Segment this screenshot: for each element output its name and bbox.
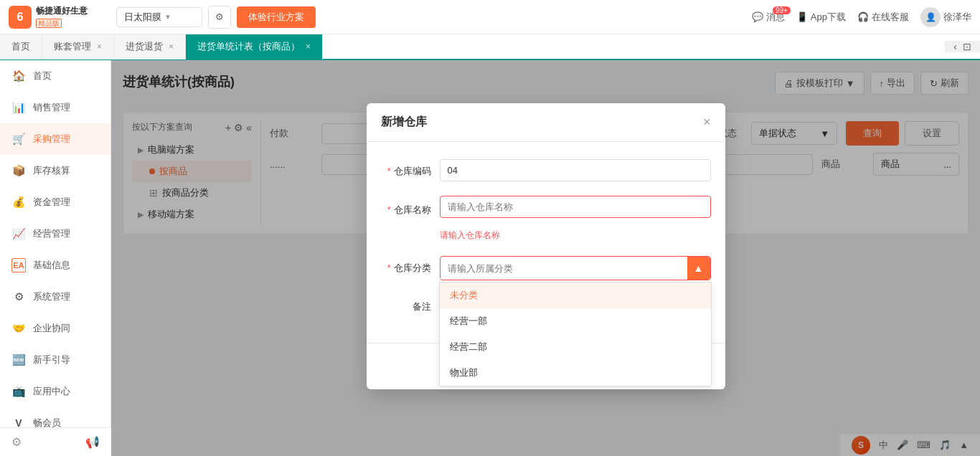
message-button[interactable]: 💬 消息 99+ <box>752 11 785 24</box>
sidebar-item-inventory[interactable]: 📦 库存核算 <box>0 155 110 186</box>
sales-icon: 📊 <box>11 100 26 115</box>
classify-option-dept3[interactable]: 物业部 <box>440 360 711 386</box>
logo-text: 畅捷通好生意 精品版 <box>36 5 88 29</box>
classify-wrapper: ▲ 未分类 经营一部 经营二部 物业部 <box>440 256 711 280</box>
sidebar-item-finance[interactable]: 💰 资金管理 <box>0 186 110 218</box>
modal-header: 新增仓库 × <box>367 103 725 142</box>
modal-close-button[interactable]: × <box>703 115 711 130</box>
classify-label: 仓库分类 <box>381 256 431 275</box>
tab-purchase-stats[interactable]: 进货单统计表（按商品） × <box>186 34 323 60</box>
tab-close-icon[interactable]: × <box>306 42 311 52</box>
warehouse-code-row: 仓库编码 <box>381 159 711 181</box>
apps-icon: 📺 <box>11 384 26 399</box>
tab-purchase-return[interactable]: 进货退货 × <box>114 34 186 60</box>
settings-button[interactable]: ⚙ <box>208 6 231 29</box>
purchase-icon: 🛒 <box>11 132 26 146</box>
tab-account[interactable]: 账套管理 × <box>42 34 114 60</box>
remark-label: 备注 <box>381 295 431 313</box>
warehouse-classify-row: 仓库分类 ▲ 未分类 经营一部 经营二部 物业部 <box>381 256 711 280</box>
header-right: 💬 消息 99+ 📱 App下载 🎧 在线客服 👤 徐泽华 <box>752 7 971 27</box>
sidebar-item-basic-info[interactable]: EA 基础信息 <box>0 250 110 281</box>
chevron-down-icon: ▼ <box>164 13 171 21</box>
content-area: 进货单统计(按商品) 🖨 按模板打印 ▼ ↑ 导出 ↻ 刷新 <box>111 60 980 456</box>
sidebar-item-guide[interactable]: 🆕 新手引导 <box>0 344 110 376</box>
enterprise-icon: 🤝 <box>11 321 26 336</box>
speaker-icon[interactable]: 📢 <box>85 435 100 449</box>
header-mid: 日太阳膜 ▼ ⚙ 体验行业方案 <box>116 6 752 29</box>
modal-overlay: 新增仓库 × 仓库编码 仓库名称 <box>111 60 980 456</box>
settings-icon[interactable]: ⚙ <box>11 435 22 449</box>
sidebar-item-operations[interactable]: 📈 经营管理 <box>0 218 110 250</box>
sidebar-item-sales[interactable]: 📊 销售管理 <box>0 92 110 123</box>
classify-input[interactable] <box>440 258 687 279</box>
inventory-icon: 📦 <box>11 163 26 178</box>
name-error-msg: 请输入仓库名称 <box>440 230 500 240</box>
sidebar-bottom: ⚙ 📢 <box>0 427 111 456</box>
tab-prev-icon[interactable]: ‹ <box>953 41 957 52</box>
tab-home[interactable]: 首页 <box>0 34 42 60</box>
logo-area: 6 畅捷通好生意 精品版 <box>9 5 116 29</box>
finance-icon: 💰 <box>11 195 26 209</box>
name-label: 仓库名称 <box>381 198 431 217</box>
classify-option-dept1[interactable]: 经营一部 <box>440 308 711 334</box>
operations-icon: 📈 <box>11 227 26 241</box>
classify-option-unclassified[interactable]: 未分类 <box>440 282 711 308</box>
sidebar: 🏠 首页 📊 销售管理 🛒 采购管理 📦 库存核算 💰 资金管理 📈 经营管理 … <box>0 60 111 456</box>
tab-next-icon[interactable]: ⊡ <box>963 41 971 52</box>
warehouse-name-row: 仓库名称 请输入仓库名称 <box>381 196 711 242</box>
online-service-button[interactable]: 🎧 在线客服 <box>857 11 909 24</box>
code-label: 仓库编码 <box>381 159 431 178</box>
warehouse-code-input[interactable] <box>440 159 711 181</box>
sidebar-item-purchase[interactable]: 🛒 采购管理 <box>0 123 110 155</box>
sidebar-item-home[interactable]: 🏠 首页 <box>0 60 110 92</box>
classify-option-dept2[interactable]: 经营二部 <box>440 334 711 360</box>
trial-button[interactable]: 体验行业方案 <box>237 6 316 28</box>
modal-title: 新增仓库 <box>381 115 427 130</box>
main-layout: 🏠 首页 📊 销售管理 🛒 采购管理 📦 库存核算 💰 资金管理 📈 经营管理 … <box>0 60 980 456</box>
guide-icon: 🆕 <box>11 353 26 367</box>
logo-icon: 6 <box>9 6 32 29</box>
app-icon: 📱 <box>796 11 808 22</box>
user-menu[interactable]: 👤 徐泽华 <box>920 7 971 27</box>
sidebar-item-apps[interactable]: 📺 应用中心 <box>0 376 110 407</box>
message-icon: 💬 <box>752 11 763 22</box>
basic-info-icon: EA <box>11 258 26 272</box>
tab-close-icon[interactable]: × <box>169 42 174 52</box>
classify-input-row: ▲ <box>440 256 711 280</box>
sidebar-item-enterprise[interactable]: 🤝 企业协同 <box>0 313 110 344</box>
avatar: 👤 <box>920 7 941 27</box>
headset-icon: 🎧 <box>857 11 869 22</box>
modal-body: 仓库编码 仓库名称 请输入仓库名称 <box>367 142 725 343</box>
app-download-button[interactable]: 📱 App下载 <box>796 11 846 24</box>
new-warehouse-modal: 新增仓库 × 仓库编码 仓库名称 <box>367 103 725 389</box>
tab-controls: ‹ ⊡ <box>945 41 980 52</box>
store-selector[interactable]: 日太阳膜 ▼ <box>116 7 202 27</box>
system-icon: ⚙ <box>11 290 26 304</box>
tab-bar: 首页 账套管理 × 进货退货 × 进货单统计表（按商品） × ‹ ⊡ <box>0 34 980 60</box>
top-header: 6 畅捷通好生意 精品版 日太阳膜 ▼ ⚙ 体验行业方案 💬 消息 99+ 📱 … <box>0 0 980 34</box>
home-icon: 🏠 <box>11 69 26 83</box>
classify-dropdown: 未分类 经营一部 经营二部 物业部 <box>439 282 712 386</box>
sidebar-item-system[interactable]: ⚙ 系统管理 <box>0 281 110 313</box>
warehouse-name-input[interactable] <box>440 196 711 218</box>
classify-toggle-button[interactable]: ▲ <box>687 257 710 280</box>
tab-close-icon[interactable]: × <box>97 42 102 52</box>
